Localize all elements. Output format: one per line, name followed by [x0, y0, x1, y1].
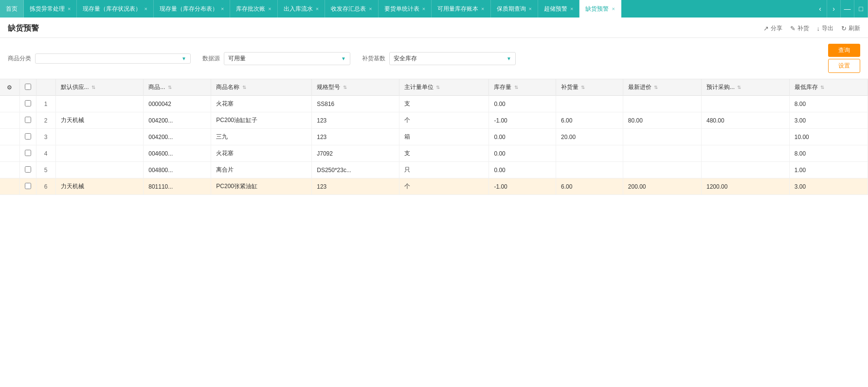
row-stock: -1.00: [489, 112, 556, 129]
row-gear: [0, 178, 19, 195]
row-est-purchase: 1200.00: [701, 178, 789, 195]
row-replenish: [556, 162, 623, 178]
tab-recv-summary[interactable]: 收发存汇总表×: [325, 0, 378, 18]
tab-close-icon[interactable]: ×: [570, 6, 573, 12]
row-index: 4: [36, 145, 55, 162]
table-row: 6 力天机械 801110... PC200张紧油缸 123 个 -1.00 6…: [0, 178, 868, 195]
row-checkbox[interactable]: [25, 166, 31, 173]
row-gear: [0, 129, 19, 145]
settings-button[interactable]: 设置: [828, 59, 860, 73]
row-product-name: 离合片: [211, 162, 312, 178]
replenish-button[interactable]: ✎ 补货: [790, 24, 809, 33]
row-unit: 支: [399, 145, 489, 162]
tab-nav-buttons: ‹ › — □: [814, 0, 868, 18]
tab-close-icon[interactable]: ×: [612, 6, 615, 12]
row-gear: [0, 162, 19, 178]
tab-abnormal[interactable]: 拣货异常处理×: [24, 0, 77, 18]
row-checkbox[interactable]: [25, 150, 31, 156]
row-checkbox[interactable]: [25, 117, 31, 123]
col-est-purchase[interactable]: 预计采购... ⇅: [701, 79, 789, 96]
col-supplier[interactable]: 默认供应... ⇅: [55, 79, 144, 96]
category-label: 商品分类: [8, 54, 31, 63]
window-minimize-btn[interactable]: —: [841, 0, 854, 18]
col-spec[interactable]: 规格型号 ⇅: [312, 79, 399, 96]
row-latest-price: [623, 96, 701, 112]
row-spec: 123: [312, 178, 399, 195]
row-replenish: 6.00: [556, 112, 623, 129]
window-maximize-btn[interactable]: □: [854, 0, 868, 18]
row-latest-price: [623, 129, 701, 145]
tab-batch-account[interactable]: 库存批次账×: [230, 0, 277, 18]
tab-label: 超储预警: [544, 5, 567, 13]
share-icon: ↗: [763, 25, 769, 32]
row-checkbox[interactable]: [25, 183, 31, 189]
row-spec: SS816: [312, 96, 399, 112]
row-est-purchase: [701, 162, 789, 178]
query-button[interactable]: 查询: [828, 44, 860, 57]
tab-close-icon[interactable]: ×: [369, 6, 372, 12]
category-select[interactable]: ▼: [35, 53, 191, 64]
row-min-stock: 1.00: [789, 162, 868, 178]
tab-close-icon[interactable]: ×: [221, 6, 224, 12]
row-min-stock: 8.00: [789, 145, 868, 162]
row-replenish: 6.00: [556, 178, 623, 195]
row-min-stock: 3.00: [789, 112, 868, 129]
row-min-stock: 3.00: [789, 178, 868, 195]
tab-close-icon[interactable]: ×: [422, 6, 425, 12]
row-product-name: PC200油缸缸子: [211, 112, 312, 129]
tab-close-icon[interactable]: ×: [144, 6, 147, 12]
row-index: 5: [36, 162, 55, 178]
datasource-select[interactable]: 可用量 ▼: [224, 52, 350, 65]
tab-expiry[interactable]: 保质期查询×: [491, 0, 538, 18]
col-product-name[interactable]: 商品名称 ⇅: [211, 79, 312, 96]
tab-close-icon[interactable]: ×: [316, 6, 319, 12]
col-unit[interactable]: 主计量单位 ⇅: [399, 79, 489, 96]
col-latest-price[interactable]: 最新进价 ⇅: [623, 79, 701, 96]
tab-close-icon[interactable]: ×: [68, 6, 71, 12]
row-checkbox-cell: [19, 178, 36, 195]
row-replenish: 20.00: [556, 129, 623, 145]
row-supplier: [55, 129, 144, 145]
row-latest-price: 80.00: [623, 112, 701, 129]
row-stock: 0.00: [489, 162, 556, 178]
refresh-button[interactable]: ↻ 刷新: [841, 24, 860, 33]
row-checkbox[interactable]: [25, 100, 31, 106]
export-button[interactable]: ↓ 导出: [817, 24, 834, 33]
tab-overstock[interactable]: 超储预警×: [538, 0, 579, 18]
tab-label: 现存量（库存状况表）: [83, 5, 141, 13]
table-row: 5 004800... 离合片 DS250*23c... 只 0.00 1.00: [0, 162, 868, 178]
row-product-name: PC200张紧油缸: [211, 178, 312, 195]
tab-label: 首页: [6, 5, 18, 13]
tab-home[interactable]: 首页: [0, 0, 24, 18]
tab-inventory-status[interactable]: 现存量（库存状况表）×: [77, 0, 153, 18]
col-product-code[interactable]: 商品... ⇅: [144, 79, 211, 96]
tab-shortage[interactable]: 缺货预警×: [579, 0, 621, 18]
category-filter-group: 商品分类 ▼: [8, 53, 191, 64]
col-gear[interactable]: ⚙: [0, 79, 19, 96]
tab-close-icon[interactable]: ×: [268, 6, 271, 12]
tab-label: 现存量（库存分布表）: [160, 5, 218, 13]
row-unit: 只: [399, 162, 489, 178]
tab-inventory-dist[interactable]: 现存量（库存分布表）×: [154, 0, 230, 18]
tab-label: 保质期查询: [497, 5, 526, 13]
col-replenish[interactable]: 补货量 ⇅: [556, 79, 623, 96]
tab-close-icon[interactable]: ×: [481, 6, 484, 12]
tab-prev-btn[interactable]: ‹: [814, 0, 827, 18]
col-min-stock[interactable]: 最低库存 ⇅: [789, 79, 868, 96]
share-button[interactable]: ↗ 分享: [763, 24, 782, 33]
tab-close-icon[interactable]: ×: [529, 6, 532, 12]
select-all-checkbox[interactable]: [25, 84, 31, 90]
row-replenish: [556, 96, 623, 112]
row-unit: 个: [399, 178, 489, 195]
replenish-base-select[interactable]: 安全库存 ▼: [389, 52, 516, 65]
row-est-purchase: [701, 96, 789, 112]
tab-next-btn[interactable]: ›: [827, 0, 841, 18]
col-stock[interactable]: 库存量 ⇅: [489, 79, 556, 96]
row-stock: 0.00: [489, 129, 556, 145]
header-actions: ↗ 分享 ✎ 补货 ↓ 导出 ↻ 刷新: [763, 24, 861, 33]
row-checkbox[interactable]: [25, 133, 31, 140]
datasource-arrow-icon: ▼: [341, 56, 346, 61]
tab-order-stats[interactable]: 要货单统计表×: [379, 0, 432, 18]
tab-available-ledger[interactable]: 可用量库存账本×: [432, 0, 490, 18]
tab-inout-flow[interactable]: 出入库流水×: [278, 0, 325, 18]
